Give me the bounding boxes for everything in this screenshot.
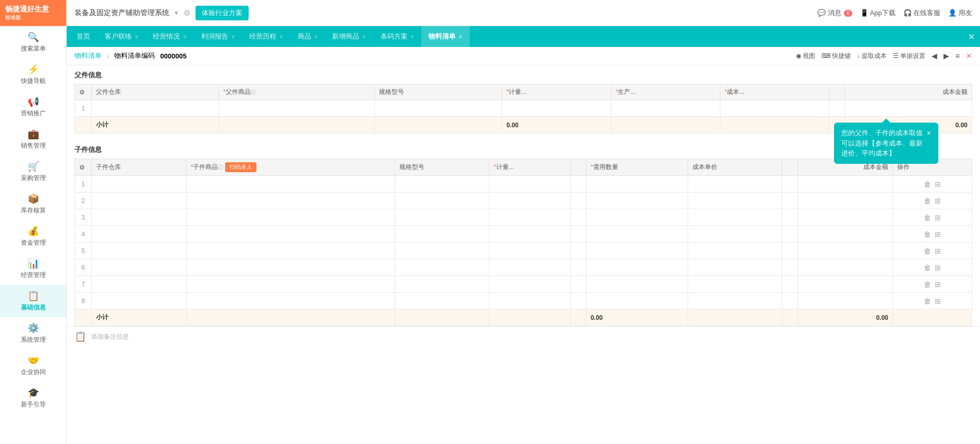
copy-icon-5[interactable]: ⊞ — [935, 247, 941, 255]
child-cell-unitcost-1[interactable] — [688, 176, 782, 193]
child-cell-warehouse-3[interactable] — [92, 209, 187, 226]
cost-btn[interactable]: ↓ 提取成本 — [857, 52, 887, 61]
parent-cell-cost-1[interactable] — [720, 100, 829, 117]
online-service[interactable]: 🎧 在线客服 — [903, 8, 941, 18]
parent-th-settings[interactable]: ⚙ — [75, 85, 92, 100]
sidebar-item-基础信息[interactable]: 📋基础信息 — [0, 285, 66, 317]
child-cell-unitcost-5[interactable] — [688, 243, 782, 259]
child-cell-product-4[interactable] — [186, 226, 395, 243]
sidebar-item-经营管理[interactable]: 📊经营管理 — [0, 253, 66, 285]
sidebar-item-销售管理[interactable]: 💼销售管理 — [0, 123, 66, 155]
tab-利润报告[interactable]: 利润报告 × — [194, 26, 242, 47]
copy-icon-8[interactable]: ⊞ — [935, 297, 941, 305]
child-cell-needed-4[interactable] — [586, 226, 688, 243]
parent-cell-product-1[interactable] — [219, 100, 375, 117]
close-page-icon[interactable]: ✕ — [966, 52, 972, 60]
child-cell-spec-2[interactable] — [395, 193, 489, 209]
copy-icon-4[interactable]: ⊞ — [935, 230, 941, 238]
sidebar-item-采购管理[interactable]: 🛒采购管理 — [0, 155, 66, 188]
tab-客户联络[interactable]: 客户联络 × — [97, 26, 145, 47]
message-area[interactable]: 💬 消息 6 — [817, 8, 852, 18]
tab-close-icon[interactable]: × — [183, 33, 186, 40]
child-cell-qty-6[interactable] — [489, 259, 571, 276]
child-cell-warehouse-5[interactable] — [92, 243, 187, 259]
delete-icon-1[interactable]: 🗑 — [924, 180, 931, 188]
child-cell-spec-4[interactable] — [395, 226, 489, 243]
tab-close-icon[interactable]: × — [314, 33, 317, 40]
delete-icon-8[interactable]: 🗑 — [924, 297, 931, 305]
child-cell-warehouse-7[interactable] — [92, 276, 187, 293]
tab-close-icon[interactable]: × — [411, 33, 414, 40]
child-cell-needed-8[interactable] — [586, 293, 688, 309]
tab-经营情况[interactable]: 经营情况 × — [145, 26, 193, 47]
tab-商品[interactable]: 商品 × — [290, 26, 325, 47]
delete-icon-3[interactable]: 🗑 — [924, 213, 931, 222]
view-btn[interactable]: ◉ 视图 — [796, 52, 815, 61]
child-cell-product-2[interactable] — [186, 193, 395, 209]
parent-cell-spec-1[interactable] — [375, 100, 502, 117]
tab-close-icon[interactable]: × — [279, 33, 283, 40]
tab-首页[interactable]: 首页 — [69, 26, 97, 47]
child-cell-product-8[interactable] — [186, 293, 395, 309]
nav-next-icon[interactable]: ▶ — [944, 52, 949, 60]
child-cell-qty-1[interactable] — [489, 176, 571, 193]
sidebar-item-搜索菜单[interactable]: 🔍搜索菜单 — [0, 26, 66, 58]
parent-cell-qty-1[interactable] — [502, 100, 611, 117]
tab-物料清单[interactable]: 物料清单 × — [421, 26, 469, 47]
tab-新增商品[interactable]: 新增商品 × — [325, 26, 373, 47]
sidebar-item-快捷导航[interactable]: ⚡快捷导航 — [0, 58, 66, 91]
child-cell-warehouse-1[interactable] — [92, 176, 187, 193]
tooltip-close-icon[interactable]: × — [927, 128, 931, 139]
tab-close-icon[interactable]: × — [135, 33, 138, 40]
parent-cell-produce-1[interactable] — [611, 100, 720, 117]
copy-icon-6[interactable]: ⊞ — [935, 263, 941, 272]
child-cell-qty-5[interactable] — [489, 243, 571, 259]
user-area[interactable]: 👤 用友 — [948, 8, 972, 18]
child-cell-unitcost-6[interactable] — [688, 259, 782, 276]
close-all-tabs-icon[interactable]: ✕ — [965, 32, 977, 42]
child-cell-spec-6[interactable] — [395, 259, 489, 276]
settings-doc-btn[interactable]: ☰ 单据设置 — [893, 52, 925, 61]
child-cell-needed-5[interactable] — [586, 243, 688, 259]
sidebar-item-系统管理[interactable]: ⚙️系统管理 — [0, 317, 66, 350]
delete-icon-2[interactable]: 🗑 — [924, 197, 931, 205]
app-download[interactable]: 📱 App下载 — [860, 8, 896, 18]
child-cell-spec-1[interactable] — [395, 176, 489, 193]
child-cell-product-7[interactable] — [186, 276, 395, 293]
tab-条码方案[interactable]: 条码方案 × — [373, 26, 421, 47]
child-cell-warehouse-4[interactable] — [92, 226, 187, 243]
scan-button[interactable]: 扫码录入 — [225, 162, 256, 172]
child-cell-warehouse-8[interactable] — [92, 293, 187, 309]
breadcrumb-1[interactable]: 物料清单 — [75, 51, 102, 61]
child-cell-spec-8[interactable] — [395, 293, 489, 309]
system-title-dropdown-icon[interactable]: ▾ — [175, 9, 178, 17]
child-cell-product-5[interactable] — [186, 243, 395, 259]
child-cell-qty-7[interactable] — [489, 276, 571, 293]
shortcut-btn[interactable]: ⌨ 快捷键 — [822, 52, 851, 61]
sidebar-item-新手引导[interactable]: 🎓新手引导 — [0, 382, 66, 414]
delete-icon-7[interactable]: 🗑 — [924, 280, 931, 289]
child-cell-needed-3[interactable] — [586, 209, 688, 226]
sidebar-item-企业协同[interactable]: 🤝企业协同 — [0, 350, 66, 382]
child-cell-needed-6[interactable] — [586, 259, 688, 276]
tab-经营历程[interactable]: 经营历程 × — [242, 26, 290, 47]
child-cell-product-3[interactable] — [186, 209, 395, 226]
copy-icon-7[interactable]: ⊞ — [935, 280, 941, 289]
copy-icon-3[interactable]: ⊞ — [935, 213, 941, 222]
child-cell-needed-7[interactable] — [586, 276, 688, 293]
child-cell-needed-1[interactable] — [586, 176, 688, 193]
child-cell-qty-8[interactable] — [489, 293, 571, 309]
child-cell-unitcost-3[interactable] — [688, 209, 782, 226]
delete-icon-5[interactable]: 🗑 — [924, 247, 931, 255]
trial-button[interactable]: 体验行业方案 — [195, 6, 249, 20]
sidebar-item-营销推广[interactable]: 📢营销推广 — [0, 91, 66, 123]
child-cell-unitcost-8[interactable] — [688, 293, 782, 309]
child-cell-unitcost-7[interactable] — [688, 276, 782, 293]
copy-icon-2[interactable]: ⊞ — [935, 197, 941, 205]
child-cell-spec-5[interactable] — [395, 243, 489, 259]
copy-icon-1[interactable]: ⊞ — [935, 180, 941, 188]
delete-icon-6[interactable]: 🗑 — [924, 263, 931, 272]
nav-prev-icon[interactable]: ◀ — [932, 52, 937, 60]
settings-icon[interactable]: ⚙ — [183, 8, 190, 18]
child-cell-needed-2[interactable] — [586, 193, 688, 209]
